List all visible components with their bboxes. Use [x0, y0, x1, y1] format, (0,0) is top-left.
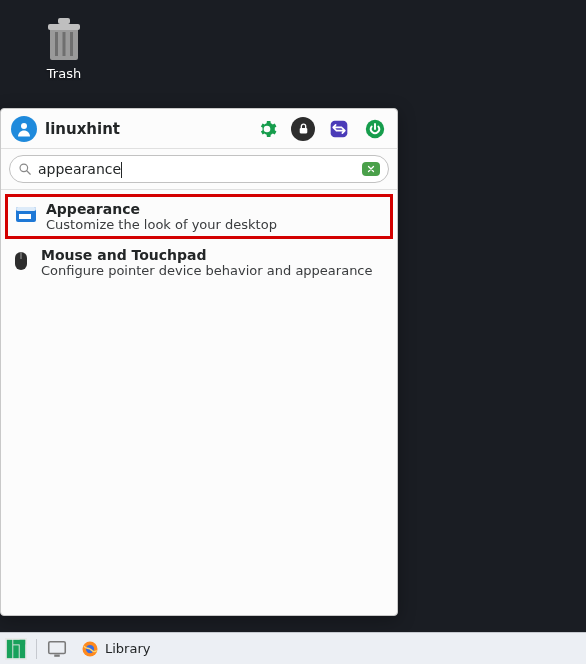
launcher-header: linuxhint: [1, 109, 397, 149]
svg-rect-2: [58, 18, 70, 24]
svg-rect-7: [299, 128, 307, 133]
lock-icon: [297, 122, 310, 135]
search-row: appearance: [1, 149, 397, 190]
svg-point-6: [21, 123, 27, 129]
search-field-wrap[interactable]: appearance: [9, 155, 389, 183]
svg-rect-19: [13, 645, 19, 658]
username-label: linuxhint: [45, 120, 247, 138]
search-input[interactable]: appearance: [32, 161, 362, 178]
backspace-icon: [366, 164, 376, 174]
result-mouse-touchpad[interactable]: Mouse and Touchpad Configure pointer dev…: [1, 241, 397, 284]
application-launcher: linuxhint: [0, 108, 398, 616]
svg-rect-1: [48, 24, 80, 30]
appearance-icon: [14, 203, 38, 227]
taskbar: Library: [0, 632, 586, 664]
task-library[interactable]: Library: [75, 638, 156, 660]
svg-rect-14: [19, 214, 31, 219]
text-cursor: [121, 162, 122, 178]
clear-search-button[interactable]: [362, 162, 380, 176]
header-action-icons: [255, 117, 387, 141]
session-switch-button[interactable]: [327, 117, 351, 141]
search-icon: [18, 162, 32, 176]
person-icon: [15, 120, 33, 138]
result-title: Appearance: [46, 201, 277, 217]
desktop-trash-label: Trash: [32, 66, 96, 81]
result-appearance[interactable]: Appearance Customize the look of your de…: [5, 194, 393, 239]
svg-rect-13: [16, 207, 36, 211]
power-button[interactable]: [363, 117, 387, 141]
search-results: Appearance Customize the look of your de…: [1, 190, 397, 615]
svg-rect-3: [55, 32, 58, 56]
desktop-trash[interactable]: Trash: [32, 18, 96, 81]
mouse-icon: [9, 249, 33, 273]
svg-rect-23: [54, 654, 60, 656]
svg-rect-4: [63, 32, 66, 56]
search-input-value: appearance: [38, 161, 121, 177]
manjaro-logo-icon: [5, 638, 27, 660]
svg-rect-22: [49, 641, 66, 653]
svg-rect-18: [7, 639, 13, 657]
trash-icon: [44, 18, 84, 62]
power-icon: [365, 119, 385, 139]
start-menu-button[interactable]: [2, 635, 30, 663]
settings-button[interactable]: [255, 117, 279, 141]
gear-icon: [257, 119, 277, 139]
svg-rect-5: [70, 32, 73, 56]
result-desc: Customize the look of your desktop: [46, 217, 277, 232]
result-title: Mouse and Touchpad: [41, 247, 373, 263]
show-desktop-button[interactable]: [43, 635, 71, 663]
svg-line-11: [27, 171, 31, 175]
switch-icon: [329, 119, 349, 139]
result-desc: Configure pointer device behavior and ap…: [41, 263, 373, 278]
show-desktop-icon: [46, 638, 68, 660]
task-library-label: Library: [105, 641, 150, 656]
svg-rect-8: [331, 120, 348, 137]
firefox-icon: [81, 640, 99, 658]
taskbar-divider: [36, 639, 37, 659]
lock-button[interactable]: [291, 117, 315, 141]
user-avatar[interactable]: [11, 116, 37, 142]
svg-rect-21: [13, 639, 25, 644]
